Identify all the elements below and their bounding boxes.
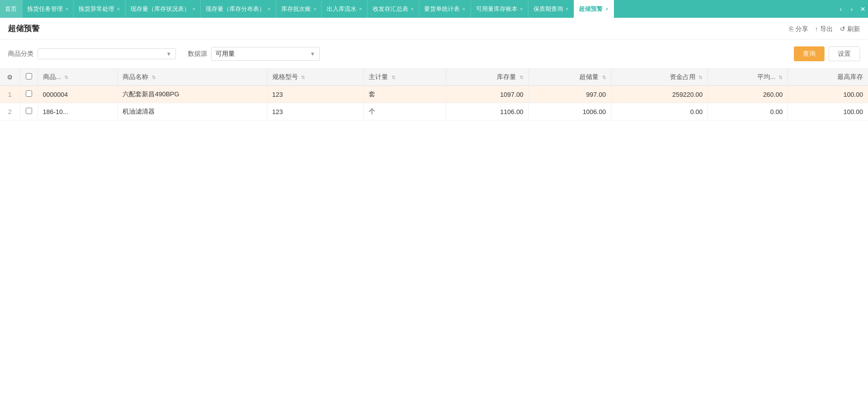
col-max-stock[interactable]: 最高库存 (788, 69, 868, 86)
cell-product-code: 186-10... (38, 103, 118, 120)
col-product-name[interactable]: 商品名称 ⇅ (118, 69, 267, 86)
product-category-group: 商品分类 ▼ (8, 48, 176, 59)
nav-item-stock-dist[interactable]: 现存量（库存分布表） × (201, 0, 276, 18)
chevron-down-datasource-icon: ▼ (310, 51, 315, 57)
col-checkbox[interactable] (20, 69, 38, 86)
datasource-select[interactable]: 可用量 ▼ (211, 47, 320, 61)
col-avg[interactable]: 平均... ⇅ (708, 69, 788, 86)
cell-unit: 个 (364, 103, 446, 120)
close-icon-pick-task[interactable]: × (65, 6, 68, 12)
close-icon-stock-dist[interactable]: × (267, 6, 270, 12)
close-icon-available[interactable]: × (520, 6, 523, 12)
filter-btn-group: 查询 设置 (794, 46, 860, 61)
col-stock-label: 库存量 (497, 73, 516, 80)
close-icon-stock-status[interactable]: × (192, 6, 195, 12)
nav-bar: 首页 拣货任务管理 × 拣货异常处理 × 现存量（库存状况表） × 现存量（库存… (0, 0, 868, 18)
col-stock[interactable]: 库存量 ⇅ (446, 69, 529, 86)
close-icon-expiry[interactable]: × (565, 6, 568, 12)
datasource-label: 数据源 (188, 49, 207, 58)
nav-item-home[interactable]: 首页 (0, 0, 22, 18)
col-spec-label: 规格型号 (272, 73, 298, 80)
col-product-code[interactable]: 商品... ⇅ (38, 69, 118, 86)
nav-item-stock-status[interactable]: 现存量（库存状况表） × (126, 0, 201, 18)
export-icon: ↑ (815, 25, 819, 33)
cell-avg: 260.00 (708, 86, 788, 103)
product-category-select[interactable]: ▼ (38, 48, 176, 59)
sort-icon-overstock: ⇅ (602, 75, 606, 80)
table-row: 2 186-10... 机油滤清器 123 个 1106.00 1006.00 … (0, 103, 868, 120)
nav-item-inout[interactable]: 出入库流水 × (322, 0, 367, 18)
cell-max-stock: 100.00 (788, 103, 868, 120)
cell-stock: 1097.00 (446, 86, 529, 103)
nav-item-batch[interactable]: 库存批次账 × (276, 0, 322, 18)
cell-product-name: 六配套新昌490BPG (118, 86, 267, 103)
row-checkbox[interactable] (26, 108, 32, 114)
row-checkbox-cell[interactable] (20, 86, 38, 103)
nav-close-all-button[interactable]: ✕ (857, 0, 868, 18)
nav-prev-button[interactable]: ‹ (835, 0, 846, 18)
close-icon-batch[interactable]: × (313, 6, 316, 12)
nav-label-home: 首页 (5, 5, 17, 13)
row-num: 1 (0, 86, 20, 103)
col-settings[interactable]: ⚙ (0, 69, 20, 86)
nav-label-batch: 库存批次账 (281, 5, 311, 13)
col-capital[interactable]: 资金占用 ⇅ (611, 69, 708, 86)
sort-icon-product-name: ⇅ (152, 75, 156, 80)
nav-item-summary[interactable]: 收发存汇总表 × (368, 0, 419, 18)
nav-label-summary: 收发存汇总表 (373, 5, 408, 13)
nav-item-overstock[interactable]: 超储预警 × (574, 0, 613, 18)
col-overstock[interactable]: 超储量 ⇅ (528, 69, 611, 86)
sort-icon-product-code: ⇅ (64, 75, 68, 80)
refresh-button[interactable]: ↺ 刷新 (840, 25, 860, 34)
col-spec[interactable]: 规格型号 ⇅ (267, 69, 364, 86)
page-header: 超储预警 ⎘ 分享 ↑ 导出 ↺ 刷新 (0, 18, 868, 40)
row-num: 2 (0, 103, 20, 120)
datasource-group: 数据源 可用量 ▼ (188, 47, 320, 61)
query-button[interactable]: 查询 (794, 46, 825, 61)
close-icon-order-stat[interactable]: × (462, 6, 465, 12)
chevron-down-icon: ▼ (166, 51, 172, 57)
page-title: 超储预警 (8, 24, 40, 34)
nav-label-available: 可用量库存账本 (476, 5, 518, 13)
sort-icon-stock: ⇅ (520, 75, 523, 80)
row-checkbox-cell[interactable] (20, 103, 38, 120)
nav-label-stock-dist: 现存量（库存分布表） (206, 5, 265, 13)
table-body: 1 0000004 六配套新昌490BPG 123 套 1097.00 997.… (0, 86, 868, 120)
cell-avg: 0.00 (708, 103, 788, 120)
gear-icon: ⚙ (7, 74, 13, 81)
nav-label-pick-exception: 拣货异常处理 (79, 5, 114, 13)
nav-next-button[interactable]: › (846, 0, 857, 18)
nav-item-order-stat[interactable]: 要货单统计表 × (419, 0, 471, 18)
filter-bar: 商品分类 ▼ 数据源 可用量 ▼ 查询 设置 (0, 40, 868, 69)
col-product-code-label: 商品... (43, 73, 61, 80)
close-icon-overstock[interactable]: × (605, 6, 608, 12)
export-button[interactable]: ↑ 导出 (815, 25, 833, 34)
col-unit[interactable]: 主计量 ⇅ (364, 69, 446, 86)
nav-label-stock-status: 现存量（库存状况表） (130, 5, 190, 13)
share-icon: ⎘ (789, 25, 793, 33)
table-header-row: ⚙ 商品... ⇅ 商品名称 ⇅ 规格型号 ⇅ (0, 69, 868, 86)
nav-label-overstock: 超储预警 (579, 5, 603, 13)
col-overstock-label: 超储量 (579, 73, 599, 80)
nav-item-pick-exception[interactable]: 拣货异常处理 × (74, 0, 125, 18)
nav-label-inout: 出入库流水 (327, 5, 356, 13)
share-button[interactable]: ⎘ 分享 (789, 25, 808, 34)
close-icon-pick-exception[interactable]: × (117, 6, 120, 12)
table-container: ⚙ 商品... ⇅ 商品名称 ⇅ 规格型号 ⇅ (0, 69, 868, 120)
select-all-checkbox[interactable] (26, 73, 32, 79)
col-capital-label: 资金占用 (670, 73, 695, 80)
close-icon-summary[interactable]: × (411, 6, 414, 12)
close-icon-inout[interactable]: × (359, 6, 362, 12)
export-label: 导出 (820, 25, 833, 34)
cell-overstock: 997.00 (528, 86, 611, 103)
refresh-label: 刷新 (847, 25, 860, 34)
nav-item-expiry[interactable]: 保质期查询 × (528, 0, 574, 18)
setting-button[interactable]: 设置 (828, 46, 860, 61)
page-container: 超储预警 ⎘ 分享 ↑ 导出 ↺ 刷新 商品分类 ▼ 数据源 (0, 18, 868, 395)
cell-capital: 259220.00 (611, 86, 708, 103)
nav-item-available[interactable]: 可用量库存账本 × (471, 0, 528, 18)
row-checkbox[interactable] (26, 90, 32, 97)
nav-item-pick-task[interactable]: 拣货任务管理 × (22, 0, 74, 18)
cell-max-stock: 100.00 (788, 86, 868, 103)
cell-capital: 0.00 (611, 103, 708, 120)
